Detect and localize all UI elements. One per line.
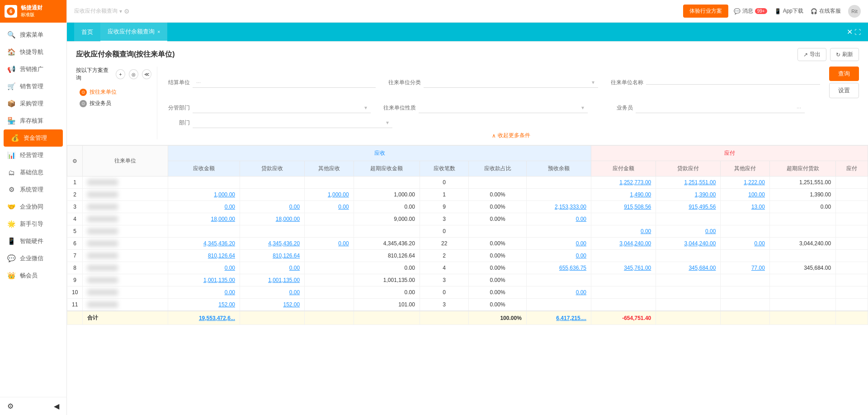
row-yf-je[interactable]	[591, 286, 656, 299]
sidebar-item-system[interactable]: ⚙ 系统管理	[0, 181, 66, 198]
row-yf-qt[interactable]	[721, 225, 770, 238]
row-yf-je[interactable]	[591, 213, 656, 225]
online-service-action[interactable]: 🎧 在线客服	[811, 7, 841, 15]
row-ys-dk[interactable]: 0.00	[240, 201, 304, 213]
row-ys-qt[interactable]	[305, 274, 354, 286]
row-ys-qt[interactable]	[305, 225, 354, 238]
row-ys-je[interactable]	[168, 225, 240, 238]
sidebar-item-sales[interactable]: 🛒 销售管理	[0, 78, 66, 95]
row-yf-dk[interactable]	[656, 286, 721, 299]
collapse-scheme-button[interactable]: ≪	[142, 69, 151, 79]
avatar[interactable]: Rit	[848, 5, 861, 18]
sidebar-item-wechat[interactable]: 💬 企业微信	[0, 250, 66, 267]
row-ys-yushou[interactable]: 0.00	[526, 213, 591, 225]
maximize-window-button[interactable]: ⛶	[854, 29, 861, 36]
sidebar-item-member[interactable]: 👑 畅会员	[0, 267, 66, 284]
gear-icon[interactable]: ⚙	[124, 8, 130, 15]
scheme-by-partner[interactable]: ⊙ 按往来单位	[76, 86, 151, 98]
row-ys-je[interactable]: 1,000.00	[168, 189, 240, 201]
row-ys-yushou[interactable]: 0.00	[526, 286, 591, 299]
table-settings-th[interactable]: ⚙	[67, 146, 83, 176]
table-wrapper[interactable]: ⚙ 往来单位 应收 应付 应收金额 贷款应收 其他应收 超期应收金额 应收笔数 …	[67, 145, 868, 415]
message-action[interactable]: 💬 消息 99+	[734, 7, 767, 15]
row-ys-dk[interactable]: 18,000.00	[240, 213, 304, 225]
row-ys-yushou[interactable]: 655,636.75	[526, 262, 591, 274]
row-ys-yushou[interactable]	[526, 176, 591, 189]
row-yf-dk[interactable]: 3,044,240.00	[656, 238, 721, 250]
settings-footer-icon[interactable]: ⚙	[7, 402, 14, 410]
row-yf-dk[interactable]	[656, 299, 721, 311]
sidebar-item-operation[interactable]: 📊 经营管理	[0, 147, 66, 164]
partner-name-input[interactable]	[646, 81, 820, 85]
setting-button[interactable]: 设置	[829, 83, 859, 98]
sidebar-item-search[interactable]: 🔍 搜索菜单	[0, 26, 66, 43]
row-yf-dk[interactable]: 915,495.56	[656, 201, 721, 213]
row-yf-qt[interactable]: 1,222.00	[721, 176, 770, 189]
row-ys-dk[interactable]	[240, 176, 304, 189]
row-ys-dk[interactable]: 1,001,135.00	[240, 274, 304, 286]
row-ys-qt[interactable]: 0.00	[305, 238, 354, 250]
table-settings-icon[interactable]: ⚙	[72, 158, 77, 164]
row-ys-qt[interactable]	[305, 250, 354, 262]
chevron-down-icon[interactable]: ▾	[119, 8, 122, 14]
row-ys-je[interactable]	[168, 176, 240, 189]
row-yf-je[interactable]: 1,490.00	[591, 189, 656, 201]
sidebar-item-finance[interactable]: 💰 资金管理	[4, 129, 63, 147]
scheme-by-staff[interactable]: ⊙ 按业务员	[76, 98, 151, 109]
row-ys-qt[interactable]	[305, 213, 354, 225]
export-button[interactable]: ↗ 导出	[797, 48, 826, 61]
row-ys-dk[interactable]: 810,126.64	[240, 250, 304, 262]
row-ys-qt[interactable]	[305, 299, 354, 311]
row-ys-yushou[interactable]	[526, 189, 591, 201]
row-yf-qt[interactable]	[721, 213, 770, 225]
row-yf-je[interactable]	[591, 250, 656, 262]
row-yf-dk[interactable]	[656, 274, 721, 286]
row-ys-dk[interactable]: 0.00	[240, 286, 304, 299]
row-ys-qt[interactable]	[305, 176, 354, 189]
app-download-action[interactable]: 📱 App下载	[774, 7, 803, 15]
row-yf-je[interactable]	[591, 274, 656, 286]
row-yf-qt[interactable]: 0.00	[721, 238, 770, 250]
row-ys-yushou[interactable]	[526, 225, 591, 238]
row-yf-je[interactable]: 345,761.00	[591, 262, 656, 274]
sidebar-item-inventory[interactable]: 🏪 库存核算	[0, 112, 66, 129]
row-yf-qt[interactable]	[721, 274, 770, 286]
row-yf-qt[interactable]	[721, 286, 770, 299]
salesman-input[interactable]: ···	[636, 103, 805, 113]
row-ys-qt[interactable]: 0.00	[305, 201, 354, 213]
jiesuan-input[interactable]: ···	[193, 77, 376, 88]
edit-scheme-button[interactable]: ◎	[129, 69, 138, 79]
row-ys-yushou[interactable]	[526, 274, 591, 286]
row-ys-je[interactable]: 18,000.00	[168, 213, 240, 225]
sidebar-item-purchase[interactable]: 📦 采购管理	[0, 95, 66, 112]
collapse-filter-button[interactable]: ∧ 收起更多条件	[492, 132, 530, 139]
dept-manage-select[interactable]: ▾	[193, 103, 371, 113]
row-yf-qt[interactable]	[721, 299, 770, 311]
promo-button[interactable]: 体验行业方案	[683, 5, 728, 18]
close-window-button[interactable]: ✕	[847, 28, 853, 36]
tab-active[interactable]: 应收应付余额查询 ×	[100, 23, 167, 42]
sidebar-item-collab[interactable]: 🤝 企业协同	[0, 198, 66, 215]
row-ys-je[interactable]: 4,345,436.20	[168, 238, 240, 250]
partner-category-select[interactable]: ▾	[424, 77, 598, 88]
sidebar-item-basic[interactable]: 🗂 基础信息	[0, 164, 66, 181]
row-yf-je[interactable]: 1,252,773.00	[591, 176, 656, 189]
row-ys-je[interactable]: 152.00	[168, 299, 240, 311]
row-yf-dk[interactable]: 345,684.00	[656, 262, 721, 274]
query-button[interactable]: 查询	[829, 67, 859, 81]
row-ys-je[interactable]: 810,126.64	[168, 250, 240, 262]
row-ys-dk[interactable]: 0.00	[240, 262, 304, 274]
row-yf-qt[interactable]	[721, 250, 770, 262]
sidebar-item-guide[interactable]: 🌟 新手引导	[0, 215, 66, 233]
row-yf-je[interactable]: 3,044,240.00	[591, 238, 656, 250]
row-ys-yushou[interactable]: 0.00	[526, 250, 591, 262]
row-ys-dk[interactable]: 4,345,436.20	[240, 238, 304, 250]
row-ys-dk[interactable]	[240, 189, 304, 201]
row-yf-dk[interactable]: 1,390.00	[656, 189, 721, 201]
row-ys-qt[interactable]	[305, 262, 354, 274]
sidebar-item-hardware[interactable]: 📱 智能硬件	[0, 233, 66, 250]
partner-nature-select[interactable]: ▾	[419, 103, 588, 113]
row-yf-je[interactable]	[591, 299, 656, 311]
row-ys-dk[interactable]	[240, 225, 304, 238]
row-ys-je[interactable]: 0.00	[168, 286, 240, 299]
